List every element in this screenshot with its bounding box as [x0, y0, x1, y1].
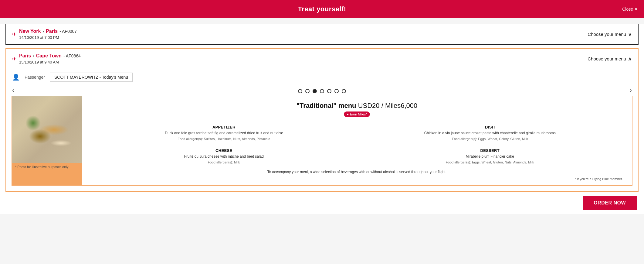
cheese-allergen: Food allergen(s): Milk: [94, 160, 354, 164]
flight-2-to: Cape Town: [36, 53, 62, 59]
plane-icon-2: ✈: [12, 56, 17, 62]
flight-1-route: New York › Paris - AF0007: [19, 29, 77, 34]
menu-section-dessert: DESSERT Mirabelle plum Financier cake Fo…: [357, 148, 623, 167]
carousel-next-button[interactable]: ›: [630, 87, 632, 94]
flight-2-info-wrapper: ✈ Paris › Cape Town - AF0864 15/10/2019 …: [12, 53, 81, 64]
chevron-up-icon-2: ∧: [628, 56, 632, 62]
passenger-name-button[interactable]: SCOTT MAYEROWITZ - Today's Menu: [50, 73, 133, 82]
appetizer-allergen: Food allergen(s): Sulfites, Hazelnuts, N…: [94, 137, 354, 141]
dot-7[interactable]: [342, 89, 346, 93]
menu-section-dish: DISH Chicken in a vin jaune sauce crozet…: [357, 125, 623, 144]
flight-2-info: Paris › Cape Town - AF0864 15/10/2019 at…: [19, 53, 81, 64]
flying-blue-note: * If you're a Flying Blue member.: [575, 177, 623, 181]
beverage-note: To accompany your meal, a wide selection…: [91, 170, 623, 174]
choose-menu-button-2[interactable]: Choose your menu ∧: [588, 56, 632, 62]
header-title: Treat yourself!: [298, 5, 346, 13]
flight-section-2: ✈ Paris › Cape Town - AF0864 15/10/2019 …: [5, 48, 639, 192]
flight-2-date: 15/10/2019 at 9:40 AM: [19, 60, 81, 64]
dot-6[interactable]: [334, 89, 339, 93]
menu-food-image: [12, 96, 82, 163]
dish-title: DISH: [360, 125, 620, 129]
choose-menu-label-2: Choose your menu: [588, 56, 626, 61]
close-icon: ✕: [634, 7, 638, 12]
menu-title: "Traditional" menu USD20 / Miles6,000: [91, 102, 623, 110]
dish-desc: Chicken in a vin jaune sauce crozet past…: [360, 131, 620, 136]
flight-2-arrow: ›: [33, 53, 34, 58]
chevron-down-icon-1: ∨: [628, 31, 632, 38]
menu-section-cheese: CHEESE Fruité du Jura cheese with mâche …: [91, 148, 357, 167]
passenger-icon: 👤: [12, 74, 20, 81]
plane-icon-1: ✈: [12, 31, 17, 38]
bottom-bar: ORDER NOW: [0, 192, 644, 214]
flight-1-from: New York: [19, 29, 41, 34]
flight-row-1[interactable]: ✈ New York › Paris - AF0007 14/10/2019 a…: [5, 24, 639, 45]
flight-1-date: 14/10/2019 at 7:00 PM: [19, 35, 77, 40]
flight-2-header[interactable]: ✈ Paris › Cape Town - AF0864 15/10/2019 …: [6, 49, 638, 69]
earn-miles-label: Earn Miles*: [350, 112, 367, 116]
header: Treat yourself! Close ✕: [0, 0, 644, 18]
flight-1-to: Paris: [46, 29, 58, 34]
food-img-placeholder: [12, 96, 82, 163]
flight-1-info: New York › Paris - AF0007 14/10/2019 at …: [19, 29, 77, 40]
menu-sections-grid: APPETIZER Duck and foie gras terrine sof…: [91, 125, 623, 167]
flight-2-from: Paris: [19, 53, 31, 59]
dessert-title: DESSERT: [360, 148, 620, 153]
carousel-dots: [298, 89, 346, 93]
dish-allergen: Food allergen(s): Eggs, Wheat, Celery, G…: [360, 137, 620, 141]
flight-1-arrow: ›: [42, 29, 44, 34]
order-now-button[interactable]: ORDER NOW: [583, 196, 637, 210]
choose-menu-label-1: Choose your menu: [588, 32, 626, 37]
passenger-label: Passenger: [25, 75, 45, 80]
flight-2-code: - AF0864: [63, 53, 81, 58]
menu-left-col: APPETIZER Duck and foie gras terrine sof…: [91, 125, 357, 167]
dot-4[interactable]: [320, 89, 324, 93]
carousel-prev-button[interactable]: ‹: [12, 87, 14, 94]
flight-1-info-wrapper: ✈ New York › Paris - AF0007 14/10/2019 a…: [12, 29, 77, 40]
carousel-nav: ‹ ›: [6, 85, 638, 96]
dot-5[interactable]: [327, 89, 331, 93]
flight-1-code: - AF0007: [59, 29, 77, 34]
cheese-title: CHEESE: [94, 148, 354, 153]
dot-2[interactable]: [305, 89, 310, 93]
menu-right-col: DISH Chicken in a vin jaune sauce crozet…: [357, 125, 623, 167]
menu-image-caption: * Photo for illustrative purposes only: [12, 163, 82, 170]
dessert-allergen: Food allergen(s): Eggs, Wheat, Gluten, N…: [360, 160, 620, 164]
dot-3[interactable]: [313, 89, 317, 93]
menu-content-column: "Traditional" menu USD20 / Miles6,000 ● …: [82, 96, 632, 185]
close-label: Close: [622, 7, 633, 12]
appetizer-desc: Duck and foie gras terrine soft fig and …: [94, 131, 354, 136]
earn-miles-row: ● Earn Miles*: [91, 111, 623, 121]
menu-section-appetizer: APPETIZER Duck and foie gras terrine sof…: [91, 125, 357, 144]
dessert-desc: Mirabelle plum Financier cake: [360, 154, 620, 159]
menu-image-column: * Photo for illustrative purposes only: [12, 96, 82, 185]
appetizer-title: APPETIZER: [94, 125, 354, 129]
earn-miles-dot: ●: [347, 112, 349, 116]
passenger-row: 👤 Passenger SCOTT MAYEROWITZ - Today's M…: [6, 69, 638, 85]
flight-2-route: Paris › Cape Town - AF0864: [19, 53, 81, 59]
cheese-desc: Fruité du Jura cheese with mâche and bee…: [94, 154, 354, 159]
main-content: ✈ New York › Paris - AF0007 14/10/2019 a…: [0, 24, 644, 192]
dot-1[interactable]: [298, 89, 302, 93]
close-button[interactable]: Close ✕: [622, 7, 638, 12]
menu-card: * Photo for illustrative purposes only "…: [12, 96, 632, 186]
earn-miles-badge: ● Earn Miles*: [344, 111, 370, 117]
choose-menu-button-1[interactable]: Choose your menu ∨: [588, 31, 632, 38]
